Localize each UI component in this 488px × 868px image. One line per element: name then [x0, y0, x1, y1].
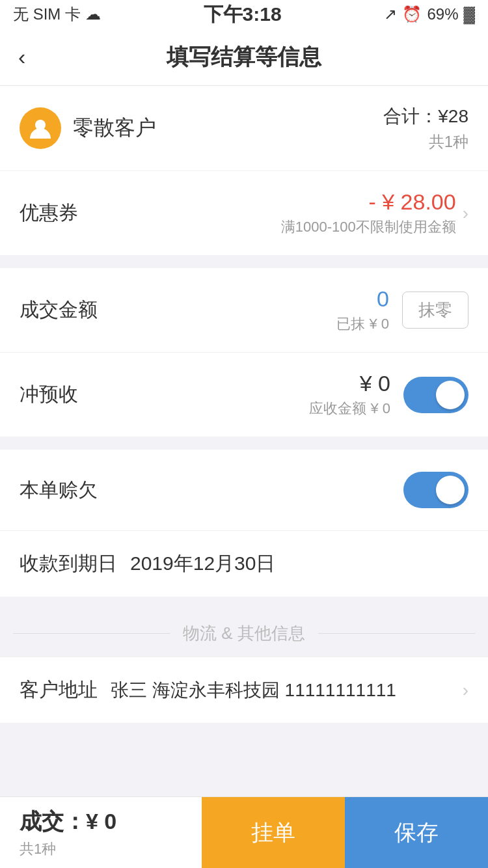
bottom-summary: 成交：¥ 0 共1种	[0, 807, 202, 859]
address-label: 客户地址	[20, 677, 98, 703]
page-title: 填写结算等信息	[167, 42, 321, 72]
status-bar: 无 SIM 卡 ☁ 下午3:18 ↗ ⏰ 69% ▓	[0, 0, 488, 29]
avatar	[20, 107, 61, 149]
battery-icon: ▓	[463, 5, 475, 23]
location-icon: ↗	[384, 5, 397, 23]
bottom-deal-amount: ¥ 0	[86, 809, 116, 834]
customer-count: 共1种	[383, 131, 468, 152]
customer-total-area: 合计：¥28 共1种	[383, 104, 468, 152]
bottom-count: 共1种	[20, 839, 182, 859]
save-button[interactable]: 保存	[345, 797, 488, 869]
gap-2	[0, 437, 488, 450]
due-date-row: 收款到期日 2019年12月30日	[0, 530, 488, 597]
prepay-row: 冲预收 ¥ 0 应收金额 ¥ 0	[0, 352, 488, 437]
customer-total: 合计：¥28	[383, 104, 468, 129]
logistics-text: 物流 & 其他信息	[183, 622, 305, 645]
address-chevron-icon: ›	[463, 680, 468, 701]
coupon-label: 优惠券	[20, 200, 78, 226]
toggle-knob	[436, 381, 465, 409]
status-right: ↗ ⏰ 69% ▓	[384, 5, 475, 23]
deal-right: 0 已抹 ¥ 0 抹零	[336, 286, 468, 334]
gap-3	[0, 597, 488, 610]
debt-toggle[interactable]	[403, 472, 468, 508]
deal-value-area: 0 已抹 ¥ 0	[336, 286, 389, 334]
address-row[interactable]: 客户地址 张三 海淀永丰科技园 11111111111 ›	[0, 657, 488, 723]
debt-section: 本单赊欠 收款到期日 2019年12月30日	[0, 450, 488, 597]
deal-row: 成交金额 0 已抹 ¥ 0 抹零	[0, 268, 488, 352]
hang-button[interactable]: 挂单	[202, 797, 345, 869]
nav-bar: ‹ 填写结算等信息	[0, 29, 488, 86]
address-value: 张三 海淀永丰科技园 11111111111	[111, 678, 456, 703]
customer-name: 零散客户	[73, 114, 156, 142]
back-button[interactable]: ‹	[18, 44, 25, 70]
bottom-bar: 成交：¥ 0 共1种 挂单 保存	[0, 796, 488, 868]
divider-line-left	[13, 633, 170, 634]
due-date-label: 收款到期日	[20, 550, 117, 577]
coupon-amount: - ¥ 28.00	[281, 189, 456, 215]
deal-amount: 0	[336, 286, 389, 312]
signal-text: 无 SIM 卡 ☁	[13, 4, 101, 25]
coupon-info: - ¥ 28.00 满1000-100不限制使用金额	[281, 189, 456, 237]
customer-section: 零散客户 合计：¥28 共1种 优惠券 - ¥ 28.00 满1000-100不…	[0, 86, 488, 255]
status-time: 下午3:18	[204, 1, 282, 28]
logistics-divider: 物流 & 其他信息	[0, 610, 488, 657]
prepay-info: ¥ 0 应收金额 ¥ 0	[309, 371, 390, 418]
deal-label: 成交金额	[20, 297, 98, 323]
divider-line-right	[318, 633, 475, 634]
due-date-value: 2019年12月30日	[130, 550, 275, 577]
prepay-amount: ¥ 0	[309, 371, 390, 396]
debt-toggle-knob	[436, 476, 465, 504]
coupon-right: - ¥ 28.00 满1000-100不限制使用金额 ›	[281, 189, 468, 237]
status-left: 无 SIM 卡 ☁	[13, 4, 101, 25]
chevron-right-icon: ›	[463, 203, 468, 224]
alarm-icon: ⏰	[402, 5, 422, 23]
gap-1	[0, 255, 488, 268]
coupon-row[interactable]: 优惠券 - ¥ 28.00 满1000-100不限制使用金额 ›	[0, 170, 488, 255]
deal-subtotal: 已抹 ¥ 0	[336, 314, 389, 334]
prepay-toggle[interactable]	[403, 377, 468, 413]
customer-info: 零散客户	[20, 107, 156, 149]
bottom-deal-text: 成交：¥ 0	[20, 807, 182, 837]
prepay-sub: 应收金额 ¥ 0	[309, 399, 390, 418]
customer-row: 零散客户 合计：¥28 共1种	[0, 86, 488, 170]
coupon-desc: 满1000-100不限制使用金额	[281, 217, 456, 237]
prepay-label: 冲预收	[20, 381, 78, 408]
round-button[interactable]: 抹零	[402, 292, 468, 329]
battery-text: 69%	[427, 5, 458, 23]
debt-label: 本单赊欠	[20, 477, 98, 504]
address-section: 客户地址 张三 海淀永丰科技园 11111111111 ›	[0, 657, 488, 723]
debt-row: 本单赊欠	[0, 450, 488, 530]
bottom-deal-prefix: 成交：	[20, 809, 86, 834]
deal-section: 成交金额 0 已抹 ¥ 0 抹零 冲预收 ¥ 0 应收金额 ¥ 0	[0, 268, 488, 437]
prepay-right: ¥ 0 应收金额 ¥ 0	[309, 371, 468, 418]
